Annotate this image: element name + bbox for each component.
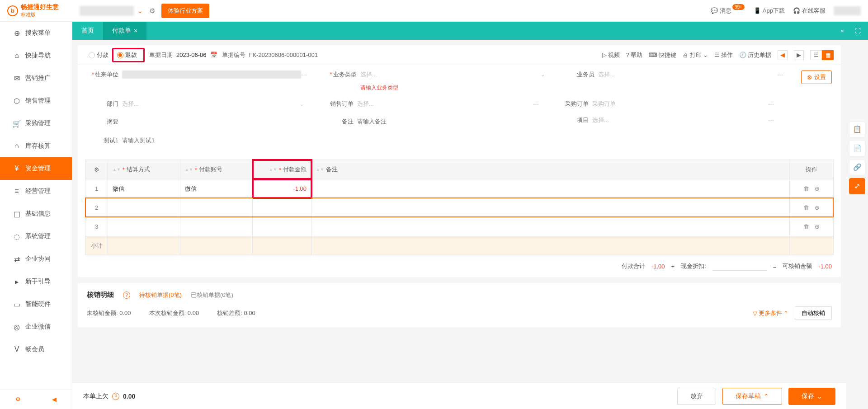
print-link[interactable]: 🖨 打印 ⌄: [683, 51, 708, 59]
cell-amount[interactable]: -1.00: [253, 179, 311, 198]
sidebar-item-basic-info[interactable]: ◫基础信息: [0, 202, 72, 225]
doc-date-value[interactable]: 2023-06-06: [176, 52, 207, 58]
prev-doc-icon[interactable]: ◀: [778, 50, 788, 60]
message-link[interactable]: 💬 消息 99+: [711, 7, 745, 15]
cell-amount[interactable]: [253, 217, 311, 236]
cell-remark[interactable]: [311, 198, 790, 217]
sidebar-item-wechat[interactable]: ◎企业微信: [0, 315, 72, 338]
company-dropdown-icon[interactable]: ⌄: [137, 7, 143, 14]
fullscreen-icon[interactable]: ⛶: [852, 25, 863, 37]
sidebar-item-sales[interactable]: ⬡销售管理: [0, 89, 72, 112]
cell-remark[interactable]: [311, 217, 790, 236]
cash-discount-input[interactable]: [712, 262, 767, 271]
tab-payment[interactable]: 付款单×: [103, 22, 146, 40]
sidebar-item-hardware[interactable]: ▭智能硬件: [0, 293, 72, 315]
online-service-link[interactable]: 🎧 在线客服: [793, 7, 826, 15]
save-button[interactable]: 保存 ⌄: [788, 388, 835, 405]
rail-link-icon[interactable]: 🔗: [849, 159, 865, 175]
rail-note-icon[interactable]: 📋: [849, 121, 865, 137]
rail-doc-icon[interactable]: 📄: [849, 140, 865, 156]
sidebar-item-quick-nav[interactable]: ⌂快捷导航: [0, 44, 72, 67]
cell-method[interactable]: [108, 198, 180, 217]
col-amount[interactable]: ▲▼*付款金额: [253, 160, 311, 179]
save-draft-button[interactable]: 保存草稿 ⌃: [722, 388, 782, 405]
delete-icon[interactable]: 🗑: [803, 223, 809, 230]
cell-account[interactable]: [180, 217, 253, 236]
calendar-icon[interactable]: 📅: [210, 52, 217, 58]
add-icon[interactable]: ⊕: [815, 223, 820, 230]
project-select[interactable]: 选择...⋯: [592, 116, 774, 124]
radio-refund[interactable]: 退款: [113, 51, 141, 59]
collapse-icon[interactable]: ◀: [52, 396, 57, 403]
summary-input[interactable]: [122, 116, 304, 127]
user-blur[interactable]: [834, 6, 861, 15]
sidebar-item-marketing[interactable]: ✉营销推广: [0, 67, 72, 89]
tab-close-all-icon[interactable]: ×: [836, 25, 848, 37]
next-doc-icon[interactable]: ▶: [794, 50, 804, 60]
verifiable-label: 可核销金额: [783, 262, 812, 270]
sidebar-item-system[interactable]: ◌系统管理: [0, 225, 72, 248]
rail-expand-icon[interactable]: ⤢: [849, 178, 865, 194]
add-icon[interactable]: ⊕: [815, 204, 820, 211]
sidebar-item-operation[interactable]: ≡经营管理: [0, 180, 72, 202]
test1-input[interactable]: [122, 135, 304, 146]
discard-button[interactable]: 放弃: [677, 388, 716, 405]
trial-button[interactable]: 体验行业方案: [161, 4, 209, 18]
table-row[interactable]: 1 微信 微信 -1.00 🗑⊕: [85, 179, 833, 198]
delete-icon[interactable]: 🗑: [803, 204, 809, 211]
writeoff-tab-done[interactable]: 已核销单据(0笔): [191, 291, 233, 299]
col-method[interactable]: ▲▼*结算方式: [108, 160, 180, 179]
gear-icon[interactable]: ⚙: [149, 7, 155, 15]
close-icon[interactable]: ×: [134, 27, 137, 34]
sidebar-item-collab[interactable]: ⇄企业协同: [0, 248, 72, 270]
history-link[interactable]: 🕘 历史单据: [739, 51, 771, 59]
more-icon[interactable]: ⋯: [777, 71, 783, 78]
settings-icon[interactable]: ⚙: [15, 396, 21, 403]
col-gear[interactable]: ⚙: [85, 160, 108, 179]
help-icon[interactable]: ?: [112, 393, 119, 400]
app-download-link[interactable]: 📱 App下载: [754, 7, 785, 15]
auto-writeoff-button[interactable]: 自动核销: [795, 306, 832, 320]
view-form-icon[interactable]: ▦: [822, 50, 834, 60]
col-remark[interactable]: ▲▼备注: [311, 160, 790, 179]
sidebar-item-finance[interactable]: ¥资金管理: [0, 157, 72, 180]
more-icon[interactable]: ⋯: [768, 101, 774, 108]
cell-amount[interactable]: [253, 198, 311, 217]
salesperson-select[interactable]: 选择...⋯: [598, 71, 783, 79]
sidebar-item-member[interactable]: V畅会员: [0, 338, 72, 361]
sales-order-select[interactable]: 选择...⋯: [357, 100, 539, 108]
cell-remark[interactable]: [311, 179, 790, 198]
help-icon[interactable]: ?: [123, 291, 130, 299]
remark-input[interactable]: [357, 116, 539, 127]
counterparty-select[interactable]: ⋯: [122, 71, 307, 79]
tab-home[interactable]: 首页: [72, 22, 103, 40]
cell-account[interactable]: [180, 198, 253, 217]
cell-account[interactable]: 微信: [180, 179, 253, 198]
biztype-select[interactable]: 选择...⌄: [360, 71, 545, 79]
add-icon[interactable]: ⊕: [815, 185, 820, 192]
table-row[interactable]: 3 🗑⊕: [85, 217, 833, 236]
table-row[interactable]: 2 🗑⊕: [85, 198, 833, 217]
video-link[interactable]: ▷ 视频: [602, 51, 620, 59]
cell-method[interactable]: [108, 217, 180, 236]
view-list-icon[interactable]: ☰: [810, 50, 822, 60]
more-icon[interactable]: ⋯: [768, 117, 774, 124]
writeoff-tab-pending[interactable]: 待核销单据(0笔): [139, 291, 182, 299]
sidebar-item-inventory[interactable]: ⌂库存核算: [0, 135, 72, 157]
sidebar-item-search[interactable]: ⊕搜索菜单: [0, 22, 72, 44]
col-account[interactable]: ▲▼*付款账号: [180, 160, 253, 179]
purchase-order-select[interactable]: 采购订单⋯: [592, 100, 774, 108]
sidebar-item-purchase[interactable]: 🛒采购管理: [0, 112, 72, 135]
dept-select[interactable]: 选择...⌄: [122, 100, 304, 108]
operate-link[interactable]: ☰ 操作: [714, 51, 733, 59]
more-icon[interactable]: ⋯: [301, 71, 307, 78]
cell-method[interactable]: 微信: [108, 179, 180, 198]
help-link[interactable]: ? 帮助: [626, 51, 642, 59]
more-icon[interactable]: ⋯: [533, 101, 539, 108]
shortcut-link[interactable]: ⌨ 快捷键: [649, 51, 676, 59]
more-conditions-link[interactable]: ▽更多条件 ⌃: [753, 309, 788, 317]
pay-sum-label: 付款合计: [622, 262, 645, 270]
sidebar-item-guide[interactable]: ▸新手引导: [0, 270, 72, 293]
delete-icon[interactable]: 🗑: [803, 185, 809, 192]
settings-button[interactable]: ⚙设置: [801, 71, 832, 84]
